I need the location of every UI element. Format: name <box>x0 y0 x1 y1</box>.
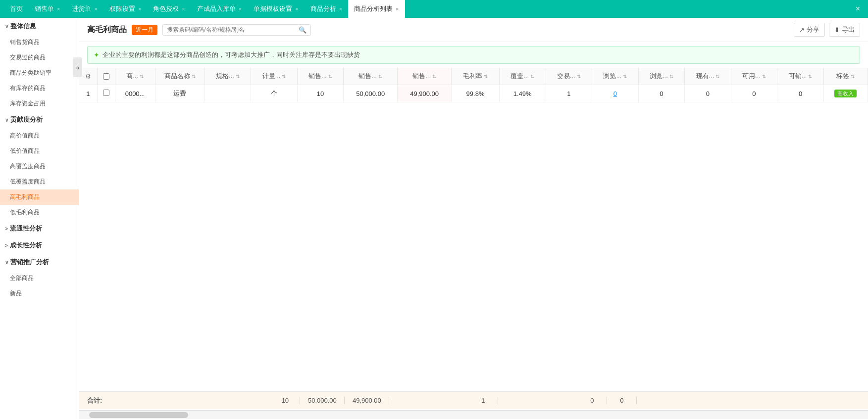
sidebar-item-low-margin[interactable]: 低毛利商品 <box>0 205 79 220</box>
sort-profit-icon[interactable]: ⇅ <box>432 74 436 79</box>
search-icon[interactable]: 🔍 <box>299 26 306 34</box>
sort-coverage-icon[interactable]: ⇅ <box>530 74 534 79</box>
th-unit[interactable]: 计量... ⇅ <box>251 68 298 85</box>
close-purchase-tab[interactable]: × <box>94 6 97 12</box>
close-roles-tab[interactable]: × <box>182 6 185 12</box>
th-view2[interactable]: 浏览... ⇅ <box>638 68 685 85</box>
sidebar-item-all-goods[interactable]: 全部商品 <box>0 271 79 286</box>
th-gross-margin[interactable]: 毛利率 ⇅ <box>452 68 500 85</box>
sidebar-item-low-value[interactable]: 低价值商品 <box>0 143 79 159</box>
action-buttons: ↗ 分享 ⬇ 导出 <box>794 23 860 37</box>
search-box[interactable]: 🔍 <box>162 24 311 36</box>
sidebar-item-stocked-goods[interactable]: 有库存的商品 <box>0 81 79 96</box>
export-button[interactable]: ⬇ 导出 <box>829 23 860 37</box>
footer-total-bar: 合计: 10 50,000.00 49,900.00 1 0 0 <box>79 391 868 409</box>
arrow-liquidity: > <box>5 226 8 232</box>
th-stock-available[interactable]: 可用... ⇅ <box>731 68 777 85</box>
close-all-tabs[interactable]: × <box>852 4 864 13</box>
close-analysis-list-tab[interactable]: × <box>396 6 399 12</box>
cell-name: 运费 <box>155 85 204 102</box>
sidebar-group-liquidity[interactable]: > 流通性分析 <box>0 220 79 237</box>
sidebar-item-high-coverage[interactable]: 高覆盖度商品 <box>0 159 79 174</box>
sort-transaction-icon[interactable]: ⇅ <box>577 74 581 79</box>
table-container: ⚙ 商... ⇅ <box>79 68 868 419</box>
nav-product-inbound[interactable]: 产成品入库单 × <box>191 0 248 18</box>
footer-cell-6: 49,900.00 <box>345 397 389 404</box>
sort-qty-icon[interactable]: ⇅ <box>328 74 332 79</box>
th-tag[interactable]: 标签 ⇅ <box>823 68 868 85</box>
nav-permissions[interactable]: 权限设置 × <box>103 0 147 18</box>
nav-sales[interactable]: 销售单 × <box>29 0 66 18</box>
settings-icon[interactable]: ⚙ <box>85 73 91 80</box>
sidebar-item-category-ratio[interactable]: 商品分类助销率 <box>0 65 79 81</box>
nav-analysis-list[interactable]: 商品分析列表 × <box>348 0 405 18</box>
sidebar-item-high-margin[interactable]: 高毛利商品 <box>0 189 79 205</box>
nav-product-analysis[interactable]: 商品分析 × <box>305 0 348 18</box>
th-sales-profit[interactable]: 销售... ⇅ <box>398 68 452 85</box>
nav-purchase[interactable]: 进货单 × <box>66 0 103 18</box>
share-button[interactable]: ↗ 分享 <box>794 23 825 37</box>
sort-view2-icon[interactable]: ⇅ <box>669 74 673 79</box>
search-input[interactable] <box>167 26 299 33</box>
th-view1[interactable]: 浏览... ⇅ <box>592 68 639 85</box>
sort-margin-icon[interactable]: ⇅ <box>484 74 488 79</box>
nav-roles[interactable]: 角色授权 × <box>147 0 191 18</box>
sort-stock-icon[interactable]: ⇅ <box>715 74 719 79</box>
th-coverage[interactable]: 覆盖... ⇅ <box>499 68 546 85</box>
th-stock-sellable[interactable]: 可销... ⇅ <box>777 68 824 85</box>
sidebar-item-new-products[interactable]: 新品 <box>0 286 79 301</box>
sidebar-item-high-value[interactable]: 高价值商品 <box>0 128 79 143</box>
sidebar-item-traded-goods[interactable]: 交易过的商品 <box>0 50 79 65</box>
close-permissions-tab[interactable]: × <box>138 6 141 12</box>
cell-stock-sellable: 0 <box>777 85 824 102</box>
th-stock-current[interactable]: 现有... ⇅ <box>685 68 731 85</box>
sort-tag-icon[interactable]: ⇅ <box>851 74 855 79</box>
sort-code-icon[interactable]: ⇅ <box>140 74 144 79</box>
close-template-tab[interactable]: × <box>295 6 298 12</box>
sidebar-group-overview[interactable]: ∨ 整体信息 <box>0 18 79 35</box>
scrollbar-thumb[interactable] <box>89 412 188 418</box>
sidebar-item-stock-capital[interactable]: 库存资金占用 <box>0 96 79 111</box>
sort-name-icon[interactable]: ⇅ <box>192 74 196 79</box>
sort-available-icon[interactable]: ⇅ <box>762 74 766 79</box>
table-header-row: ⚙ 商... ⇅ <box>79 68 868 85</box>
sort-unit-icon[interactable]: ⇅ <box>282 74 286 79</box>
info-icon: ✦ <box>94 51 100 59</box>
sort-spec-icon[interactable]: ⇅ <box>236 74 240 79</box>
sort-amount-icon[interactable]: ⇅ <box>378 74 382 79</box>
th-sales-qty[interactable]: 销售... ⇅ <box>297 68 344 85</box>
sidebar-group-growth[interactable]: > 成长性分析 <box>0 237 79 254</box>
th-spec[interactable]: 规格... ⇅ <box>204 68 251 85</box>
sidebar-group-contribution[interactable]: ∨ 贡献度分析 <box>0 111 79 128</box>
th-checkbox[interactable] <box>97 68 115 85</box>
share-icon: ↗ <box>799 26 805 34</box>
info-banner: ✦ 企业的主要的利润都是这部分商品创造的，可考虑加大推广，同时关注库存是不要出现… <box>87 46 860 64</box>
main-layout: ∨ 整体信息 销售货商品 交易过的商品 商品分类助销率 有库存的商品 库存资金占… <box>0 18 868 419</box>
sidebar-group-marketing[interactable]: ∨ 营销推广分析 <box>0 254 79 271</box>
sidebar-item-low-coverage[interactable]: 低覆盖度商品 <box>0 174 79 189</box>
th-code[interactable]: 商... ⇅ <box>115 68 155 85</box>
close-product-inbound-tab[interactable]: × <box>239 6 242 12</box>
cell-unit: 个 <box>251 85 298 102</box>
nav-template-settings[interactable]: 单据模板设置 × <box>248 0 304 18</box>
close-analysis-tab[interactable]: × <box>339 6 342 12</box>
close-sales-tab[interactable]: × <box>57 6 60 12</box>
cell-spec <box>204 85 251 102</box>
cell-code: 0000... <box>115 85 155 102</box>
select-all-checkbox[interactable] <box>103 73 109 80</box>
sort-sellable-icon[interactable]: ⇅ <box>808 74 812 79</box>
row-checkbox[interactable] <box>103 90 109 96</box>
th-name[interactable]: 商品名称 ⇅ <box>155 68 204 85</box>
sidebar-item-sales-goods[interactable]: 销售货商品 <box>0 35 79 50</box>
sidebar-collapse-button[interactable]: « <box>73 57 82 77</box>
date-filter-button[interactable]: 近一月 <box>132 25 157 35</box>
arrow-growth: > <box>5 243 8 248</box>
th-sales-amount[interactable]: 销售... ⇅ <box>344 68 398 85</box>
nav-home[interactable]: 首页 <box>4 0 29 18</box>
sort-view1-icon[interactable]: ⇅ <box>623 74 627 79</box>
cell-view1[interactable]: 0 <box>592 85 639 102</box>
cell-checkbox[interactable] <box>97 85 115 102</box>
bottom-scrollbar[interactable] <box>79 410 868 419</box>
th-transaction[interactable]: 交易... ⇅ <box>546 68 592 85</box>
content-header: 高毛利商品 近一月 🔍 ↗ 分享 ⬇ 导出 <box>79 18 868 42</box>
